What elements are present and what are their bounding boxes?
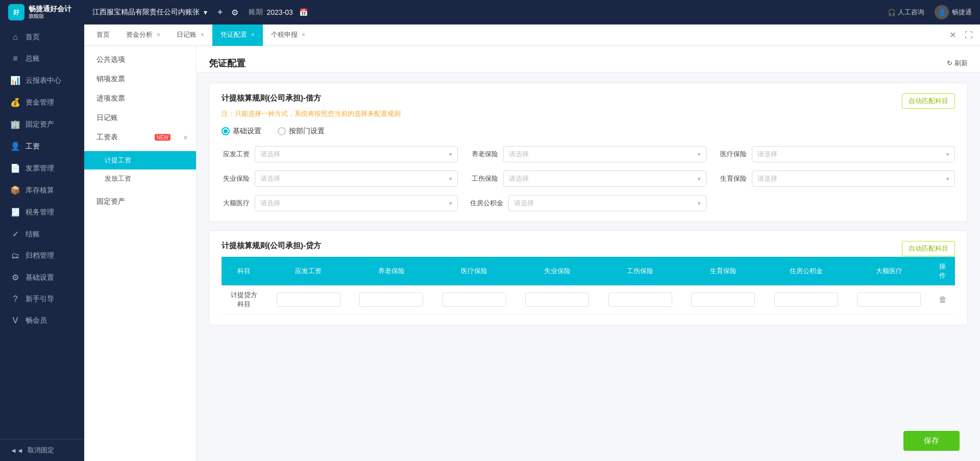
sidebar-item-assets[interactable]: 🏢 固定资产 <box>0 113 84 135</box>
radio-department-circle <box>278 127 286 135</box>
select-yfgz[interactable]: 请选择 ▾ <box>255 146 458 162</box>
company-selector[interactable]: 江西服宝精品有限责任公司内账张 ▾ + ⚙ 账期 2023-03 📅 <box>92 7 888 18</box>
form-item-sybx2: 生育保险 请选择 ▾ <box>719 171 955 187</box>
sidebar-item-archive[interactable]: 🗂 归档管理 <box>0 245 84 266</box>
select-gsbx[interactable]: 请选择 ▾ <box>503 171 706 187</box>
input-ylbx[interactable] <box>359 293 423 307</box>
sidebar-item-funds[interactable]: 💰 资金管理 <box>0 91 84 113</box>
tab-tax[interactable]: 个税申报 × <box>263 25 313 46</box>
panel-body: 计提核算规则(公司承担)-借方 注：只能选择一种方式，系统将按照您当前的选择来配… <box>197 72 980 461</box>
select-ylbx[interactable]: 请选择 ▾ <box>503 146 706 162</box>
reports-icon: 📊 <box>10 76 20 85</box>
tab-voucher-close[interactable]: × <box>251 31 255 38</box>
sub-item-public[interactable]: 公共选项 <box>84 50 196 69</box>
tab-journal-close[interactable]: × <box>201 31 204 38</box>
select-sybx[interactable]: 请选择 ▾ <box>255 171 458 187</box>
form-item-ylbx: 养老保险 请选择 ▾ <box>470 146 706 162</box>
td-zfgjj-input[interactable] <box>765 285 848 314</box>
cancel-pin-button[interactable]: ◄◄ 取消固定 <box>0 439 84 461</box>
td-ylbx-input[interactable] <box>350 285 433 314</box>
label-ylbx2: 医疗保险 <box>719 150 747 159</box>
form-item-zfgjj: 住房公积金 请选择 ▾ <box>470 195 706 211</box>
select-sybx2[interactable]: 请选择 ▾ <box>752 171 955 187</box>
radio-basic-circle <box>222 127 230 135</box>
main-panel: 凭证配置 ↻ 刷新 计提核算规则(公司承担)-借方 注：只能选择一种方式，系统将… <box>197 46 980 461</box>
chevron-yfgz: ▾ <box>449 151 452 158</box>
radio-department-label: 按部门设置 <box>289 127 325 136</box>
label-yfgz: 应发工资 <box>222 150 250 159</box>
td-dayl-input[interactable] <box>847 285 930 314</box>
select-zfgjj[interactable]: 请选择 ▾ <box>508 195 706 211</box>
sidebar-label-settle: 结账 <box>26 230 40 239</box>
tab-fund-label: 资金分析 <box>126 30 153 39</box>
close-tab-button[interactable]: ✕ <box>945 28 960 42</box>
debit-auto-match-button[interactable]: 自动匹配科目 <box>902 93 955 109</box>
top-bar-right: 🎧 人工咨询 👤 畅捷通 <box>888 5 972 19</box>
sidebar-label-tax: 税务管理 <box>26 208 54 217</box>
sub-sidebar: 公共选项 销项发票 进项发票 日记账 工资表 NEW ∨ <box>84 46 197 461</box>
select-dayl[interactable]: 请选择 ▾ <box>255 195 458 211</box>
sidebar-item-home[interactable]: ⌂ 首页 <box>0 27 84 48</box>
sidebar-item-reports[interactable]: 📊 云报表中心 <box>0 69 84 91</box>
sidebar-label-inventory: 库存核算 <box>26 186 54 195</box>
add-account-button[interactable]: + <box>217 7 223 18</box>
sub-item-calc-salary[interactable]: 计提工资 <box>84 151 196 169</box>
credit-auto-match-button[interactable]: 自动匹配科目 <box>902 241 955 256</box>
chevron-down-icon: ▾ <box>204 8 207 16</box>
radio-basic[interactable]: 基础设置 <box>222 127 261 136</box>
input-sybx[interactable] <box>525 293 589 307</box>
tab-tax-close[interactable]: × <box>302 31 305 38</box>
delete-icon[interactable]: 🗑 <box>939 295 947 304</box>
save-button[interactable]: 保存 <box>903 431 960 451</box>
sub-item-fixed-assets[interactable]: 固定资产 <box>84 192 196 211</box>
sub-item-public-label: 公共选项 <box>96 55 125 63</box>
td-ylbx2-input[interactable] <box>433 285 516 314</box>
sidebar-item-tax[interactable]: 🧾 税务管理 <box>0 201 84 223</box>
th-gsbx: 工伤保险 <box>599 257 682 285</box>
sidebar-item-vip[interactable]: V 畅会员 <box>0 310 84 331</box>
sub-item-sales[interactable]: 销项发票 <box>84 69 196 89</box>
input-dayl[interactable] <box>857 293 921 307</box>
archive-icon: 🗂 <box>10 251 20 260</box>
sidebar-item-settle[interactable]: ✓ 结账 <box>0 223 84 245</box>
sidebar-item-inventory[interactable]: 📦 库存核算 <box>0 179 84 201</box>
sub-item-journal[interactable]: 日记账 <box>84 108 196 128</box>
td-yfgz-input[interactable] <box>267 285 350 314</box>
form-item-dayl: 大额医疗 请选择 ▾ <box>222 195 458 211</box>
select-ylbx2[interactable]: 请选择 ▾ <box>752 146 955 162</box>
input-yfgz[interactable] <box>277 293 340 307</box>
tab-voucher[interactable]: 凭证配置 × <box>212 25 263 46</box>
sidebar-item-salary[interactable]: 👤 工资 <box>0 135 84 157</box>
sub-item-purchase[interactable]: 进项发票 <box>84 89 196 108</box>
input-sybx2[interactable] <box>691 293 755 307</box>
user-info[interactable]: 👤 畅捷通 <box>935 5 972 19</box>
tab-fund-close[interactable]: × <box>157 31 160 38</box>
tab-journal[interactable]: 日记账 × <box>168 25 212 46</box>
input-zfgjj[interactable] <box>774 293 838 307</box>
tab-bar-end: ✕ ⛶ <box>945 28 980 42</box>
sidebar-label-funds: 资金管理 <box>26 98 54 107</box>
td-sybx2-input[interactable] <box>681 285 765 314</box>
settings-icon[interactable]: ⚙ <box>231 8 238 17</box>
td-gsbx-input[interactable] <box>599 285 682 314</box>
td-delete-action[interactable]: 🗑 <box>930 285 955 314</box>
refresh-button[interactable]: ↻ 刷新 <box>947 59 968 68</box>
input-gsbx[interactable] <box>608 293 672 307</box>
select-ylbx-placeholder: 请选择 <box>509 150 529 159</box>
tab-fund[interactable]: 资金分析 × <box>118 25 168 46</box>
sidebar-item-invoice[interactable]: 📄 发票管理 <box>0 157 84 179</box>
sidebar-item-settings[interactable]: ⚙ 基础设置 <box>0 266 84 288</box>
radio-department[interactable]: 按部门设置 <box>278 127 325 136</box>
sidebar-item-guide[interactable]: ? 新手引导 <box>0 288 84 310</box>
calendar-icon[interactable]: 📅 <box>299 8 308 16</box>
input-ylbx2[interactable] <box>443 293 506 307</box>
sidebar-item-ledger[interactable]: ≡ 总账 <box>0 48 84 69</box>
maximize-button[interactable]: ⛶ <box>962 28 976 42</box>
th-yfgz: 应发工资 <box>267 257 350 285</box>
th-sybx2: 生育保险 <box>681 257 765 285</box>
sub-item-pay-salary[interactable]: 发放工资 <box>84 169 196 188</box>
tab-home[interactable]: 首页 <box>88 25 118 46</box>
sub-item-salary-table[interactable]: 工资表 NEW ∨ <box>84 128 196 147</box>
support-button[interactable]: 🎧 人工咨询 <box>888 8 924 17</box>
td-sybx-input[interactable] <box>516 285 599 314</box>
